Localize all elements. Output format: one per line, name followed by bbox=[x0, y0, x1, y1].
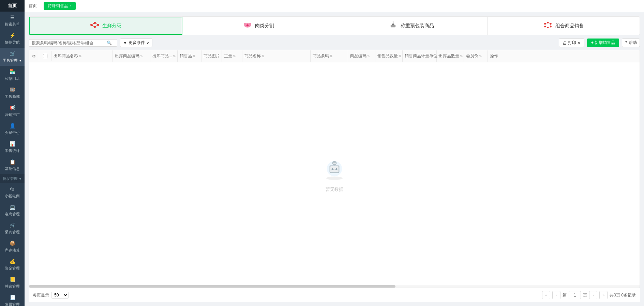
sidebar-item-quick-nav[interactable]: ⚡ 快捷导航 bbox=[0, 30, 25, 48]
breadcrumb-home[interactable]: 首页 bbox=[29, 3, 37, 9]
filter-icon: ▼ bbox=[123, 41, 127, 45]
member-center-icon: 👤 bbox=[1, 123, 23, 129]
sort-icon[interactable]: ⇅ bbox=[140, 54, 143, 58]
next-page-button[interactable]: › bbox=[589, 291, 597, 299]
settings-icon[interactable]: ⚙ bbox=[32, 54, 36, 59]
cat-tab-weight-pack[interactable]: 称重预包装商品 bbox=[335, 17, 488, 35]
finance-icon: 💰 bbox=[1, 258, 23, 265]
sidebar-item-mini-ecom[interactable]: 🛍 小畅电商 bbox=[0, 183, 25, 201]
select-all-checkbox[interactable] bbox=[43, 54, 47, 58]
filter-button[interactable]: ▼ 更多条件 ∨ bbox=[120, 39, 152, 47]
chevron-down-icon: ▼ bbox=[19, 59, 22, 62]
svg-point-10 bbox=[249, 23, 251, 25]
prev-page-button[interactable]: ‹ bbox=[552, 291, 560, 299]
sidebar-item-wholesale-mgmt[interactable]: 批发管理 ▼ bbox=[0, 174, 25, 183]
sidebar-item-general-ledger[interactable]: 📒 总账管理 bbox=[0, 274, 25, 292]
cat-tab-fresh-grade[interactable]: 生鲜分级 bbox=[29, 17, 182, 35]
sidebar-item-search-menu[interactable]: ☰ 搜索菜单 bbox=[0, 12, 25, 30]
jump-to-label: 第 bbox=[563, 292, 567, 298]
sidebar-item-sales-promo[interactable]: 📢 营销推广 bbox=[0, 102, 25, 120]
th-out-code2: 出库商品... ⇅ bbox=[150, 50, 178, 62]
retail-mgmt-icon: 🛒 bbox=[1, 50, 23, 57]
sidebar-item-invoice-mgmt[interactable]: 🧾 发票管理 bbox=[0, 292, 25, 306]
svg-point-16 bbox=[392, 21, 393, 22]
sidebar-item-ecom-mgmt[interactable]: 💻 电商管理 bbox=[0, 201, 25, 219]
chevron-down-icon: ▼ bbox=[19, 177, 22, 181]
search-box[interactable]: 🔍 bbox=[29, 39, 117, 47]
horizontal-scrollbar[interactable] bbox=[29, 285, 640, 288]
quick-nav-icon: ⚡ bbox=[1, 32, 23, 39]
last-page-button[interactable]: » bbox=[599, 291, 608, 299]
combo-sales-icon bbox=[543, 21, 553, 30]
main-content: 首页 特殊销售品 × bbox=[25, 0, 644, 306]
sidebar-item-member-center[interactable]: 👤 会员中心 bbox=[0, 120, 25, 138]
sort-icon[interactable]: ⇅ bbox=[460, 54, 463, 58]
th-barcode: 商品条码 ⇅ bbox=[311, 50, 348, 62]
empty-text: 暂无数据 bbox=[326, 186, 343, 193]
th-settings[interactable]: ⚙ bbox=[29, 51, 39, 61]
sidebar-item-basic-info[interactable]: 📋 基础信息 bbox=[0, 156, 25, 174]
sort-icon[interactable]: ⇅ bbox=[399, 54, 401, 58]
print-button[interactable]: 🖨 打印 ∨ bbox=[559, 39, 584, 47]
svg-point-13 bbox=[248, 25, 249, 26]
first-page-button[interactable]: « bbox=[542, 291, 550, 299]
sidebar-item-retail-mall[interactable]: 🏬 零售商城 bbox=[0, 84, 25, 102]
sidebar: 首页 ☰ 搜索菜单 ⚡ 快捷导航 🛒 零售管理 ▼ 🏪 智慧门店 🏬 零售商城 … bbox=[0, 0, 25, 306]
svg-point-27 bbox=[326, 177, 343, 180]
page-size-select[interactable]: 10 20 50 100 bbox=[51, 292, 69, 299]
sort-icon[interactable]: ⇅ bbox=[261, 54, 264, 58]
sidebar-item-purchase-mgmt[interactable]: 🛒 采购管理 bbox=[0, 219, 25, 238]
th-product-code: 商品编码 ⇅ bbox=[348, 50, 375, 62]
svg-point-21 bbox=[547, 27, 549, 28]
weight-pack-icon bbox=[388, 21, 398, 30]
mini-ecom-icon: 🛍 bbox=[1, 186, 23, 193]
sidebar-item-retail-stats[interactable]: 📊 零售统计 bbox=[0, 138, 25, 156]
sidebar-item-smart-store[interactable]: 🏪 智慧门店 bbox=[0, 66, 25, 84]
pagination-right: « ‹ 第 页 › » 共0页 0条记录 bbox=[542, 291, 636, 299]
add-sales-button[interactable]: + 新增销售品 bbox=[587, 39, 619, 47]
sort-icon[interactable]: ⇅ bbox=[330, 54, 332, 58]
th-checkbox[interactable] bbox=[39, 51, 51, 61]
sort-icon[interactable]: ⇅ bbox=[173, 54, 176, 58]
svg-point-33 bbox=[332, 168, 333, 169]
active-tab-special-sales[interactable]: 特殊销售品 × bbox=[44, 2, 76, 10]
th-product-name: 商品名称 ⇅ bbox=[242, 50, 311, 62]
toolbar: 🔍 ▼ 更多条件 ∨ 🖨 打印 ∨ + 新增销售品 ? bbox=[29, 39, 640, 47]
help-icon: ? bbox=[625, 41, 627, 45]
th-sales-qty: 销售品数量 ⇅ bbox=[375, 50, 403, 62]
table-header: ⚙ 出库商品名称 ⇅ 出库商品编码 ⇅ 出库商品... ⇅ bbox=[29, 50, 640, 62]
pagination-left: 每页显示 10 20 50 100 bbox=[33, 292, 69, 299]
toolbar-right: 🖨 打印 ∨ + 新增销售品 ? 帮助 bbox=[559, 39, 640, 47]
th-operation: 操作 bbox=[488, 50, 508, 62]
th-sales-item: 销售品 ⇅ bbox=[178, 50, 201, 62]
svg-line-7 bbox=[95, 25, 98, 27]
cat-tab-combo-sales[interactable]: 组合商品销售 bbox=[488, 17, 640, 35]
svg-point-12 bbox=[246, 25, 247, 26]
sidebar-item-retail-mgmt[interactable]: 🛒 零售管理 ▼ bbox=[0, 48, 25, 66]
cat-tab-weight-pack-label: 称重预包装商品 bbox=[401, 23, 434, 29]
sort-icon[interactable]: ⇅ bbox=[233, 54, 236, 58]
total-info: 共0页 0条记录 bbox=[610, 292, 636, 298]
tab-close-icon[interactable]: × bbox=[70, 4, 72, 8]
search-input[interactable] bbox=[32, 41, 107, 45]
page-number-input[interactable] bbox=[569, 291, 581, 299]
cat-tab-meat-cut-label: 肉类分割 bbox=[255, 23, 274, 29]
cat-tab-meat-cut[interactable]: 肉类分割 bbox=[182, 17, 335, 35]
svg-point-9 bbox=[244, 23, 246, 25]
search-icon[interactable]: 🔍 bbox=[107, 41, 112, 45]
sort-icon[interactable]: ⇅ bbox=[79, 54, 81, 58]
th-weight: 主量 ⇅ bbox=[222, 50, 242, 62]
help-button[interactable]: ? 帮助 bbox=[622, 39, 640, 47]
sort-icon[interactable]: ⇅ bbox=[367, 54, 370, 58]
page-content: 生鲜分级 肉类分割 bbox=[25, 12, 644, 306]
svg-line-6 bbox=[95, 23, 98, 25]
sidebar-item-finance[interactable]: 💰 资金管理 bbox=[0, 256, 25, 274]
meat-cut-icon bbox=[243, 21, 252, 30]
sidebar-item-inventory[interactable]: 📦 库存核算 bbox=[0, 238, 25, 256]
svg-point-34 bbox=[336, 168, 337, 169]
svg-line-5 bbox=[91, 25, 95, 27]
sort-icon[interactable]: ⇅ bbox=[193, 54, 195, 58]
sort-icon[interactable]: ⇅ bbox=[479, 54, 482, 58]
scrollbar-thumb[interactable] bbox=[29, 285, 395, 288]
pagination: 每页显示 10 20 50 100 « ‹ 第 页 › bbox=[29, 288, 640, 302]
